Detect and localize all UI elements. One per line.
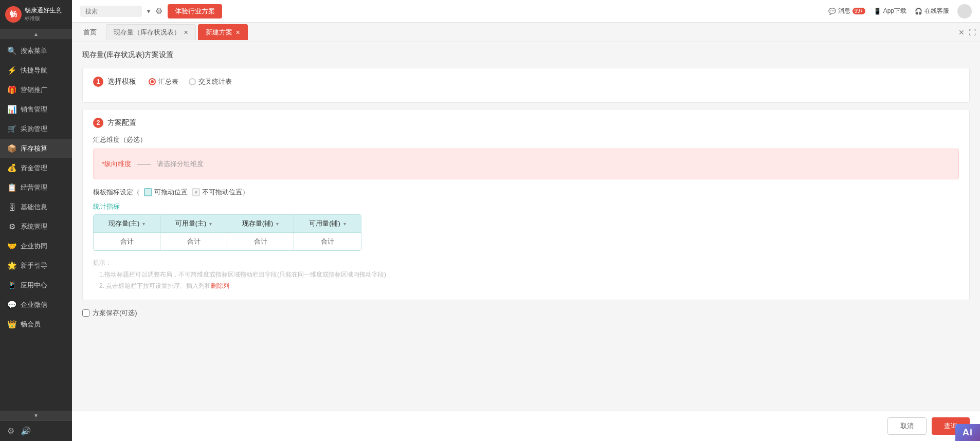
dim-separator: —— [137,160,151,168]
section1-header: 1 选择模板 汇总表 交叉统计表 [93,77,959,87]
sidebar-scroll-up[interactable]: ▲ [0,29,72,39]
app-edition: 标准版 [25,15,62,22]
sidebar-item-new-guide[interactable]: 🌟 新手引导 [0,256,72,275]
topbar-right: 💬 消息 99+ 📱 App下载 🎧 在线客服 [828,4,972,19]
tips-section: 提示： 1.拖动标题栏可以调整布局，不可跨维度或指标区域拖动栏目字段(只能在同一… [93,259,959,291]
sidebar-item-sales[interactable]: 📊 销售管理 [0,100,72,119]
sidebar-item-purchase[interactable]: 🛒 采购管理 [0,119,72,139]
trial-industry-button[interactable]: 体验行业方案 [168,4,222,19]
window-close-button[interactable]: ✕ [958,28,965,36]
finance-icon: 💰 [7,163,16,173]
sidebar-item-marketing[interactable]: 🎁 营销推广 [0,80,72,100]
legend-undraggable-label: 不可拖动位置） [202,188,249,197]
sidebar-item-system[interactable]: ⚙ 系统管理 [0,217,72,236]
quick-nav-icon: ⚡ [7,66,16,75]
col1-chevron-icon: ▾ [142,221,145,227]
cooperation-icon: 🤝 [7,242,16,251]
sidebar-item-business[interactable]: 📋 经营管理 [0,178,72,197]
col4-label: 可用量(辅) [309,219,340,228]
sidebar-item-quick-nav[interactable]: ⚡ 快捷导航 [0,61,72,80]
tip-item-2: 2. 点击标题栏下拉可设置排序、插入列和删除列 [93,281,959,292]
audio-icon[interactable]: 🔊 [21,426,31,436]
online-service-button[interactable]: 🎧 在线客服 [915,7,949,15]
table-col-2-body: 合计 [160,233,227,250]
app-logo-icon: 畅 [5,6,22,23]
dim-required-mark: *纵向维度 [102,159,131,169]
sidebar-item-label: 搜索菜单 [21,46,47,56]
tab-inventory[interactable]: 现存量（库存状况表） ✕ [106,24,196,40]
message-icon: 💬 [828,8,836,15]
section2-number: 2 [93,118,103,128]
radio-summary-label: 汇总表 [158,77,178,86]
table-col-3-body: 合计 [227,233,294,250]
section2-title: 方案配置 [107,118,136,127]
tab-inventory-close[interactable]: ✕ [184,29,188,36]
save-checkbox[interactable] [82,309,89,317]
table-col-2-header[interactable]: 可用量(主) ▾ [160,215,227,233]
app-download-icon: 📱 [874,8,881,15]
member-icon: 👑 [7,320,16,329]
marketing-icon: 🎁 [7,85,16,95]
dimension-selection-box[interactable]: *纵向维度 —— 请选择分组维度 [93,149,959,179]
save-label: 方案保存(可选) [93,308,137,318]
dim-placeholder: 请选择分组维度 [157,159,204,169]
sidebar-item-member[interactable]: 👑 畅会员 [0,315,72,334]
message-button[interactable]: 💬 消息 99+ [828,7,865,15]
sidebar-footer: ⚙ 🔊 [0,420,72,441]
sidebar-item-cooperation[interactable]: 🤝 企业协同 [0,236,72,256]
sidebar-item-base-info[interactable]: 🗄 基础信息 [0,197,72,217]
search-menu-icon: 🔍 [7,46,16,56]
table-col-3-header[interactable]: 现存量(辅) ▾ [227,215,294,233]
app-name: 畅康通好生意 [25,7,62,15]
window-controls: ✕ ⛶ [958,28,976,36]
sidebar-item-wechat[interactable]: 💬 企业微信 [0,295,72,315]
sidebar-item-inventory[interactable]: 📦 库存核算 [0,139,72,158]
sidebar-navigation: 🔍 搜索菜单 ⚡ 快捷导航 🎁 营销推广 📊 销售管理 🛒 采购管理 📦 库存核… [0,39,72,411]
sidebar-item-label: 企业微信 [21,300,47,309]
topbar-left: ▾ ⚙ 体验行业方案 [80,4,222,19]
legend-undraggable-dot: ✗ [192,188,200,196]
sidebar-item-finance[interactable]: 💰 资金管理 [0,158,72,178]
section-scheme-config: 2 方案配置 汇总维度（必选） *纵向维度 —— 请选择分组维度 模板指标设定（… [82,109,970,300]
topbar-search-input[interactable] [80,6,142,17]
window-expand-button[interactable]: ⛶ [969,28,976,36]
table-col-1-body: 合计 [94,233,160,250]
table-col-4: 可用量(辅) ▾ 合计 [294,215,361,250]
sidebar-item-label: 经营管理 [21,183,47,192]
tab-new-scheme[interactable]: 新建方案 ✕ [198,24,248,40]
sidebar-scroll-down[interactable]: ▼ [0,411,72,420]
legend-draggable: 可拖动位置 [144,188,188,197]
radio-summary[interactable]: 汇总表 [149,77,178,86]
app-download-button[interactable]: 📱 App下载 [874,7,906,15]
table-col-4-header[interactable]: 可用量(辅) ▾ [294,215,361,233]
col2-label: 可用量(主) [175,219,207,228]
user-avatar[interactable] [957,4,972,19]
radio-summary-dot [149,78,156,85]
message-badge: 99+ [852,8,865,14]
col3-chevron-icon: ▾ [276,221,279,227]
page-title: 现存量(库存状况表)方案设置 [82,50,970,60]
topbar: ▾ ⚙ 体验行业方案 💬 消息 99+ 📱 App下载 🎧 在线客服 [72,0,980,23]
topbar-gear-icon[interactable]: ⚙ [155,6,162,16]
wechat-icon: 💬 [7,300,16,309]
tabbar: 首页 现存量（库存状况表） ✕ 新建方案 ✕ ✕ ⛶ [72,23,980,42]
indicator-label-text: 模板指标设定（ [93,188,140,197]
indicator-config-label: 模板指标设定（ 可拖动位置 ✗ 不可拖动位置） [93,188,959,197]
sidebar-item-label: 资金管理 [21,163,47,173]
sidebar-item-label: 营销推广 [21,85,47,95]
main-area: ▾ ⚙ 体验行业方案 💬 消息 99+ 📱 App下载 🎧 在线客服 首页 [72,0,980,441]
table-col-1-header[interactable]: 现存量(主) ▾ [94,215,160,233]
tab-new-scheme-close[interactable]: ✕ [235,29,240,36]
cancel-button[interactable]: 取消 [887,417,927,435]
app-download-label: App下载 [883,7,906,15]
col2-chevron-icon: ▾ [209,221,212,227]
settings-icon[interactable]: ⚙ [7,426,14,436]
footer-bar: 取消 查询 [72,411,980,441]
radio-cross[interactable]: 交叉统计表 [189,77,232,86]
sidebar-item-search[interactable]: 🔍 搜索菜单 [0,41,72,61]
tab-home[interactable]: 首页 [76,25,104,40]
sidebar-item-app-center[interactable]: 📱 应用中心 [0,275,72,295]
topbar-dropdown-arrow[interactable]: ▾ [147,8,150,15]
table-header-row: 现存量(主) ▾ 合计 可用量(主) ▾ 合计 [94,215,361,250]
system-icon: ⚙ [7,222,16,231]
